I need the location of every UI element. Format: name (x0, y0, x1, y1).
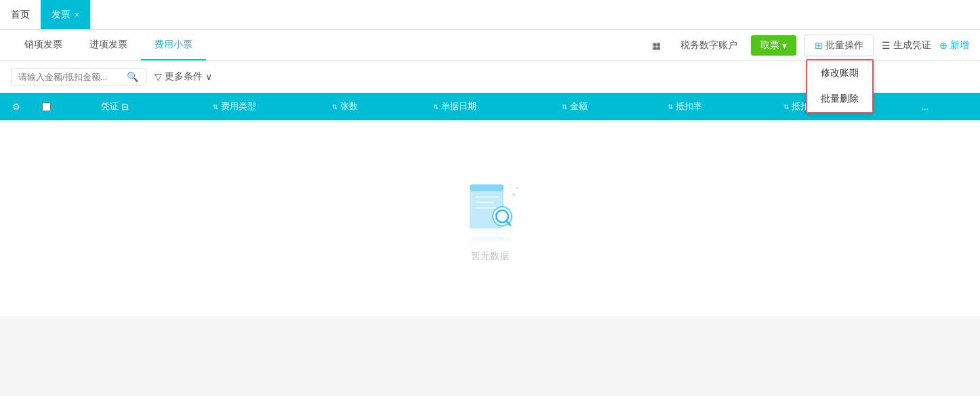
take-ticket-dropdown-icon: ▾ (782, 40, 787, 51)
more-conditions-button[interactable]: ▽ 更多条件 ∨ (155, 71, 212, 83)
th-checkbox[interactable] (33, 93, 60, 120)
th-amount: ⇅ 金额 (520, 93, 630, 120)
th-date: ⇅ 单据日期 (390, 93, 520, 120)
sort-icon-amount[interactable]: ⇅ (562, 103, 567, 111)
voucher-filter-icon[interactable]: ⊟ (121, 102, 129, 112)
sort-icon-date[interactable]: ⇅ (433, 103, 438, 111)
sort-icon-count[interactable]: ⇅ (332, 103, 338, 111)
gen-voucher-label: 生成凭证 (893, 39, 931, 52)
table-wrap: ⚙ 凭证 ⊟ ⇅ 费用类型 ⇅ 张数 ⇅ 单据日期 ⇅ 金额 ⇅ 抵扣率 (0, 93, 980, 317)
batch-op-button[interactable]: ⊞ 批量操作 (804, 35, 874, 56)
amount-col-label: 金额 (570, 100, 588, 113)
tax-account-button[interactable]: 税务数字账户 (675, 39, 743, 52)
tab-sales-invoice[interactable]: 销项发票 (11, 30, 76, 60)
sort-icon-expense[interactable]: ⇅ (213, 103, 218, 111)
voucher-col-label: 凭证 (101, 100, 119, 113)
th-operations: ... (870, 93, 980, 120)
qr-button[interactable]: ▦ (645, 35, 667, 56)
settings-icon: ⚙ (12, 102, 20, 112)
svg-point-0 (470, 236, 510, 241)
svg-rect-2 (470, 184, 504, 191)
batch-op-icon: ⊞ (815, 40, 823, 51)
nav-tab-invoice-label: 发票 (52, 9, 70, 21)
dropdown-item-modify-period[interactable]: 修改账期 (807, 60, 872, 86)
search-input[interactable] (18, 72, 127, 82)
count-col-label: 张数 (340, 100, 358, 113)
batch-op-dropdown: 修改账期 批量删除 (806, 59, 874, 113)
search-input-wrap: 🔍 (11, 68, 146, 85)
th-settings[interactable]: ⚙ (0, 93, 33, 120)
sort-icon-deduct-rate[interactable]: ⇅ (668, 103, 673, 111)
take-ticket-label: 取票 (760, 39, 779, 52)
top-nav: 首页 发票 × (0, 0, 980, 30)
new-label: 新增 (950, 39, 969, 52)
close-icon[interactable]: × (75, 10, 79, 20)
deduct-rate-col-label: 抵扣率 (676, 100, 702, 113)
tab-expense-receipt[interactable]: 费用小票 (141, 30, 206, 60)
gen-voucher-icon: ☰ (882, 40, 891, 51)
more-conditions-label: 更多条件 (165, 71, 203, 83)
th-deduct-rate: ⇅ 抵扣率 (630, 93, 739, 120)
nav-home[interactable]: 首页 (0, 0, 41, 29)
select-all-checkbox[interactable] (42, 102, 51, 111)
batch-op-container: ⊞ 批量操作 修改账期 批量删除 (804, 35, 874, 56)
operations-col-label: ... (921, 102, 928, 112)
sort-icon-deduct-amount[interactable]: ⇅ (783, 103, 789, 111)
sub-tabs-left: 销项发票 进项发票 费用小票 (11, 30, 206, 60)
th-expense-type: ⇅ 费用类型 (169, 93, 300, 120)
search-icon[interactable]: 🔍 (127, 71, 138, 82)
dropdown-item-batch-delete[interactable]: 批量删除 (807, 86, 872, 112)
svg-rect-4 (475, 201, 494, 203)
nav-tab-invoice[interactable]: 发票 × (41, 0, 90, 29)
svg-point-9 (512, 193, 515, 196)
empty-state-label: 暂无数据 (471, 250, 509, 262)
more-conditions-arrow: ∨ (205, 71, 212, 82)
svg-rect-5 (475, 207, 497, 209)
empty-state: 暂无数据 (0, 120, 980, 317)
th-count: ⇅ 张数 (300, 93, 390, 120)
new-icon: ⊕ (939, 40, 947, 51)
expense-type-col-label: 费用类型 (221, 100, 256, 113)
tab-purchase-invoice[interactable]: 进项发票 (76, 30, 141, 60)
batch-op-label: 批量操作 (825, 39, 863, 52)
date-col-label: 单据日期 (441, 100, 476, 113)
svg-point-10 (516, 187, 518, 189)
svg-point-11 (510, 184, 511, 185)
empty-state-icon (456, 174, 524, 242)
sub-tabs-right: ▦ 税务数字账户 取票 ▾ ⊞ 批量操作 修改账期 批量删除 ☰ 生成凭证 ⊕ … (645, 35, 969, 56)
gen-voucher-button[interactable]: ☰ 生成凭证 (882, 39, 931, 52)
new-button[interactable]: ⊕ 新增 (939, 39, 969, 52)
svg-rect-3 (475, 196, 499, 198)
sub-tabs-bar: 销项发票 进项发票 费用小票 ▦ 税务数字账户 取票 ▾ ⊞ 批量操作 修改账期… (0, 30, 980, 61)
th-voucher: 凭证 ⊟ (60, 93, 169, 120)
take-ticket-button[interactable]: 取票 ▾ (751, 35, 796, 56)
filter-icon: ▽ (155, 71, 162, 82)
